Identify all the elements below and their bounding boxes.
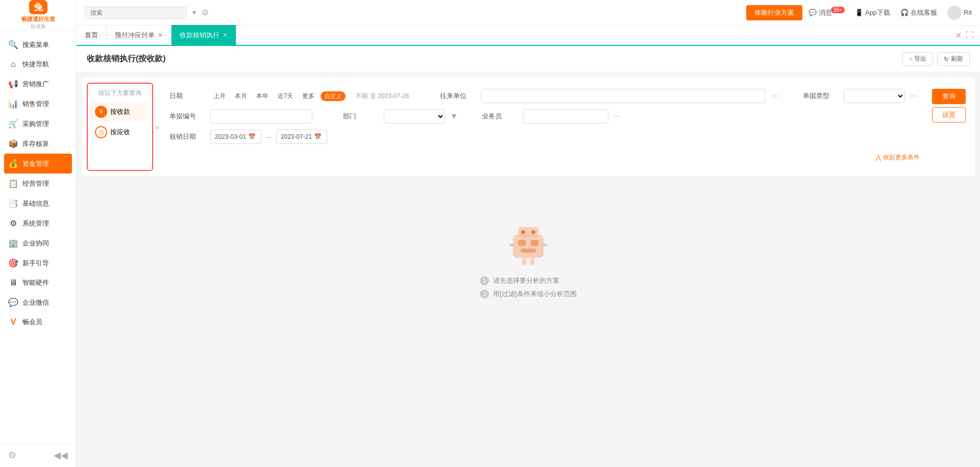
filter-receipt-label: 按收款 [110,107,130,116]
filter-receivable-label: 按应收 [110,128,130,137]
home-icon: ⌂ [8,60,18,69]
collapse-sidebar-btn[interactable]: ◀◀ [54,450,68,461]
sidebar-label-wechat: 企业微信 [22,298,49,307]
search-input[interactable] [85,7,187,19]
date-btn-more[interactable]: 更多 [299,91,317,102]
doc-type-select[interactable] [844,89,905,103]
query-btn[interactable]: 查询 [932,89,966,104]
party-input-group: ··· [481,89,782,103]
tab-prepay-close[interactable]: ✕ [158,32,163,39]
app-download-label: App下载 [865,8,890,17]
dept-select[interactable] [384,109,445,124]
logo-icon: 兔 [29,0,47,14]
party-more-btn[interactable]: ··· [769,90,782,102]
filter-by-receipt[interactable]: ¥ 按收款 [92,102,148,122]
user-info[interactable]: Rit [947,6,972,20]
basic-info-icon: 📑 [8,199,18,208]
sidebar-label-quick-nav: 快捷导航 [22,60,49,69]
refresh-btn[interactable]: ↻ 刷新 [937,52,970,66]
sidebar-item-member[interactable]: V 畅会员 [0,312,76,332]
filter-panel: 按以下方案查询 ¥ 按收款 ◷ 按应收 » [82,78,975,176]
collapse-more-btn[interactable]: ⋀ 收起更多条件 [169,150,920,165]
svg-rect-9 [522,258,526,265]
sidebar-item-basic-info[interactable]: 📑 基础信息 [0,193,76,213]
collapse-icon: ⋀ [876,154,881,161]
filter-expand-arrow[interactable]: » [153,83,161,171]
sidebar-label-sales: 销售管理 [22,100,49,109]
tip-num-2: 2 [480,289,489,299]
sidebar-item-sales[interactable]: 📊 销售管理 [0,94,76,114]
sidebar-item-purchase[interactable]: 🛒 采购管理 [0,114,76,134]
sidebar-item-guide[interactable]: 🎯 新手引导 [0,253,76,273]
maximize-icon[interactable]: ⛶ [966,31,974,40]
writeoff-date-start[interactable]: 2023-03-01 📅 [210,130,261,144]
writeoff-date-end[interactable]: 2023-07-21 📅 [276,130,327,144]
settings-gear-icon[interactable]: ⚙ [202,8,209,17]
service-icon: 🎧 [900,9,909,16]
sidebar-item-business[interactable]: 📋 经营管理 [0,174,76,193]
filter-settings-btn[interactable]: 设置 [932,107,966,122]
sidebar-item-finance[interactable]: 💰 资金管理 [4,154,72,174]
sidebar-item-inventory[interactable]: 📦 库存核算 [0,134,76,154]
sidebar-item-search[interactable]: 🔍 搜索菜单 [0,35,76,55]
date-btn-custom[interactable]: 自定义 [321,91,346,101]
tab-prepay[interactable]: 预付冲应付单 ✕ [107,25,172,45]
sidebar-label-inventory: 库存核算 [22,139,49,149]
content-area: 收款核销执行(按收款) ↑ 导出 ↻ 刷新 按以下方案查询 ¥ [77,46,980,467]
tabbar: 首页 预付冲应付单 ✕ 收款核销执行 ✕ ✕ ⛶ [77,26,980,46]
date-range-sep: — [265,133,272,141]
dept-more-btn[interactable]: ▼ [447,111,461,122]
tab-home-label: 首页 [85,31,98,40]
staff-input[interactable] [523,109,608,124]
user-name: Rit [964,9,972,16]
sidebar-item-enterprise[interactable]: 🏢 企业协同 [0,233,76,253]
app-download-btn[interactable]: 📱 App下载 [855,8,890,17]
tab-prepay-label: 预付冲应付单 [115,31,155,40]
calendar-start-icon: 📅 [248,133,256,140]
message-badge: 99+ [831,7,845,13]
purchase-icon: 🛒 [8,119,18,129]
main-area: ▼ ⚙ 体验行业方案 💬 消息 99+ 📱 App下载 🎧 在线客服 Rit [77,0,980,467]
sidebar-item-smart-hw[interactable]: 🖥 智能硬件 [0,273,76,292]
sidebar-item-system[interactable]: ⚙ 系统管理 [0,213,76,233]
date-quick-btns: 上月 本月 本年 近7天 更多 自定义 [210,91,346,102]
receivable-icon: ◷ [95,126,107,138]
dept-label: 部门 [343,112,374,121]
topbar-search-area: ▼ ⚙ [85,7,740,19]
member-icon: V [8,317,18,327]
date-btn-7days[interactable]: 近7天 [275,91,297,102]
dept-select-group: ▼ [384,109,461,124]
filter-by-receivable[interactable]: ◷ 按应收 [92,122,148,142]
date-btn-this-year[interactable]: 本年 [253,91,272,102]
enterprise-icon: 🏢 [8,238,18,248]
doc-no-input[interactable] [210,109,312,124]
export-icon: ↑ [909,56,912,63]
filter-row-2: 单据编号 部门 ▼ 业务员 ··· [169,109,920,124]
date-btn-this-month[interactable]: 本月 [232,91,250,102]
sidebar-item-quick-nav[interactable]: ⌂ 快捷导航 [0,55,76,74]
topbar-right: 💬 消息 99+ 📱 App下载 🎧 在线客服 Rit [808,6,972,20]
tip-text-1: 请先选择要分析的方案 [493,276,559,285]
message-btn[interactable]: 💬 消息 99+ [808,8,845,17]
sidebar-label-system: 系统管理 [22,219,49,228]
doc-type-more-btn[interactable]: ··· [907,90,920,102]
party-input[interactable] [481,89,766,103]
tab-home[interactable]: 首页 [77,25,107,45]
sidebar-item-wechat[interactable]: 💬 企业微信 [0,292,76,312]
sidebar-item-marketing[interactable]: 📢 营销推广 [0,74,76,94]
staff-more-btn[interactable]: ··· [610,111,623,122]
date-btn-last-month[interactable]: 上月 [210,91,229,102]
logo-sub: 标准版 [31,23,46,30]
settings-icon[interactable]: ⚙ [8,450,16,461]
sales-icon: 📊 [8,99,18,109]
solution-btn[interactable]: 体验行业方案 [746,5,802,20]
refresh-icon: ↻ [944,56,949,63]
export-btn[interactable]: ↑ 导出 [902,52,933,66]
tab-receipt-writeoff[interactable]: 收款核销执行 ✕ [172,25,236,45]
dropdown-icon[interactable]: ▼ [191,9,198,16]
writeoff-end-val: 2023-07-21 [281,133,312,140]
online-service-btn[interactable]: 🎧 在线客服 [900,8,937,17]
tab-receipt-writeoff-close[interactable]: ✕ [223,32,228,39]
date-no-limit: 不限 至 2023-07-26 [356,92,409,101]
close-window-icon[interactable]: ✕ [955,31,962,40]
